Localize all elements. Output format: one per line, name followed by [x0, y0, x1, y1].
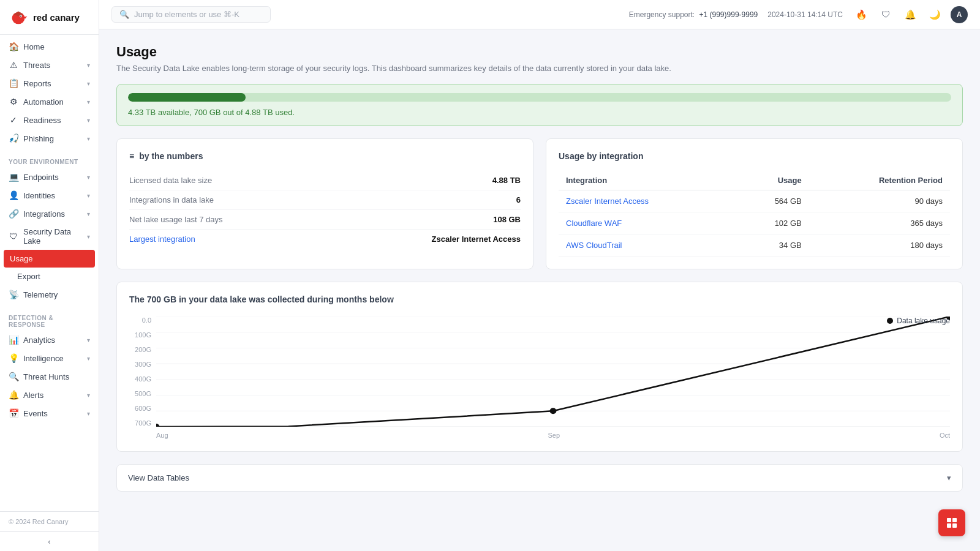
endpoints-icon: 💻 — [9, 172, 18, 182]
y-label: 500G — [129, 390, 154, 397]
sidebar-footer: © 2024 Red Canary — [0, 511, 99, 531]
chevron-down-icon: ▾ — [87, 392, 90, 399]
chevron-down-icon: ▾ — [87, 355, 90, 362]
telemetry-icon: 📡 — [9, 290, 18, 299]
sidebar-item-readiness[interactable]: ✓ Readiness ▾ — [0, 111, 99, 129]
sidebar-item-alerts[interactable]: 🔔 Alerts ▾ — [0, 386, 99, 404]
sidebar-item-endpoints[interactable]: 💻 Endpoints ▾ — [0, 168, 99, 186]
view-data-tables-label: View Data Tables — [128, 473, 189, 482]
y-label: 700G — [129, 419, 154, 427]
stat-value: 6 — [516, 195, 521, 204]
sidebar-item-reports[interactable]: 📋 Reports ▾ — [0, 74, 99, 92]
sidebar-item-integrations[interactable]: 🔗 Integrations ▾ — [0, 204, 99, 223]
page-description: The Security Data Lake enables long-term… — [116, 64, 963, 73]
main-content: 🔍 Jump to elements or use ⌘-K Emergency … — [99, 0, 980, 551]
sidebar-item-automation[interactable]: ⚙ Automation ▾ — [0, 92, 99, 111]
integration-link[interactable]: Zscaler Internet Access — [566, 197, 649, 206]
integration-link[interactable]: Cloudflare WAF — [566, 219, 622, 228]
largest-integration-value: Zscaler Internet Access — [432, 234, 521, 244]
sidebar-item-threats[interactable]: ⚠ Threats ▾ — [0, 56, 99, 74]
bell-icon[interactable]: 🔔 — [902, 6, 919, 23]
chart-wrap: 700G 600G 500G 400G 300G 200G 100G 0.0 — [129, 317, 950, 439]
table-icon: ≡ — [129, 151, 134, 161]
sidebar-item-export[interactable]: Export — [0, 268, 99, 285]
threat-hunts-icon: 🔍 — [9, 372, 18, 381]
chart-area: Data lake usage — [156, 317, 950, 427]
usage-bar-text: 4.33 TB available, 700 GB out of 4.88 TB… — [128, 108, 951, 117]
stat-label: Licensed data lake size — [129, 176, 212, 185]
reports-icon: 📋 — [9, 78, 18, 88]
chevron-down-icon: ▾ — [87, 192, 90, 199]
shield-icon[interactable]: 🛡 — [877, 6, 894, 23]
y-label: 400G — [129, 375, 154, 383]
x-label: Aug — [156, 432, 168, 439]
integration-table: Integration Usage Retention Period Zscal… — [559, 171, 950, 257]
usage-by-integration-card: Usage by integration Integration Usage R… — [546, 138, 963, 269]
largest-integration-link[interactable]: Largest integration — [129, 234, 195, 244]
chart-card: The 700 GB in your data lake was collect… — [116, 282, 963, 452]
env-nav: YOUR ENVIRONMENT 💻 Endpoints ▾ 👤 Identit… — [0, 150, 99, 306]
phishing-icon: 🎣 — [9, 133, 18, 143]
chevron-down-icon: ▾ — [87, 410, 90, 417]
view-data-tables-row[interactable]: View Data Tables ▾ — [116, 464, 963, 492]
datetime-display: 2024-10-31 14:14 UTC — [767, 10, 843, 19]
y-label: 200G — [129, 346, 154, 353]
search-bar[interactable]: 🔍 Jump to elements or use ⌘-K — [111, 6, 271, 23]
sidebar-item-security-data-lake[interactable]: 🛡 Security Data Lake ▾ — [0, 223, 99, 250]
integration-usage: 102 GB — [734, 212, 809, 234]
chevron-down-icon: ▾ — [87, 337, 90, 343]
stat-value: 4.88 TB — [492, 176, 521, 185]
legend-dot — [887, 318, 893, 324]
sidebar-item-usage[interactable]: Usage — [4, 250, 95, 268]
sidebar-item-events[interactable]: 📅 Events ▾ — [0, 404, 99, 422]
by-numbers-card: ≡ by the numbers Licensed data lake size… — [116, 138, 533, 269]
chevron-down-icon: ▾ — [87, 99, 90, 105]
readiness-icon: ✓ — [9, 115, 18, 125]
stat-label: Net lake usage last 7 days — [129, 215, 222, 224]
header-right: Emergency support: +1 (999)999-9999 2024… — [629, 6, 968, 23]
chevron-down-icon: ▾ — [87, 80, 90, 87]
sidebar-item-analytics[interactable]: 📊 Analytics ▾ — [0, 331, 99, 349]
svg-rect-18 — [947, 523, 951, 528]
logo-area[interactable]: red canary — [0, 0, 99, 35]
stats-row: Net lake usage last 7 days 108 GB — [129, 210, 521, 230]
page-title: Usage — [116, 44, 963, 60]
legend-label: Data lake usage — [897, 317, 950, 325]
notification-fire-icon[interactable]: 🔥 — [853, 6, 870, 23]
user-avatar[interactable]: A — [951, 6, 968, 23]
stats-section: ≡ by the numbers Licensed data lake size… — [116, 138, 963, 269]
y-label: 100G — [129, 331, 154, 339]
integration-usage: 34 GB — [734, 234, 809, 257]
sidebar-item-threat-hunts[interactable]: 🔍 Threat Hunts — [0, 367, 99, 386]
svg-rect-17 — [952, 518, 957, 522]
intelligence-icon: 💡 — [9, 353, 18, 363]
sidebar-collapse-button[interactable]: ‹ — [0, 531, 99, 551]
detection-nav: DETECTION & RESPONSE 📊 Analytics ▾ 💡 Int… — [0, 306, 99, 425]
logo-icon — [9, 7, 28, 27]
integration-retention: 365 days — [809, 212, 950, 234]
table-row: Zscaler Internet Access 564 GB 90 days — [559, 190, 950, 212]
sidebar-item-phishing[interactable]: 🎣 Phishing ▾ — [0, 129, 99, 148]
sidebar-item-identities[interactable]: 👤 Identities ▾ — [0, 186, 99, 204]
chart-x-labels: Aug Sep Oct — [156, 432, 950, 439]
sidebar-item-home[interactable]: 🏠 Home — [0, 37, 99, 56]
float-action-button[interactable] — [938, 509, 965, 536]
svg-rect-16 — [947, 518, 951, 522]
integration-retention: 180 days — [809, 234, 950, 257]
chart-legend: Data lake usage — [887, 317, 950, 325]
svg-point-3 — [20, 15, 21, 17]
chevron-down-icon: ▾ — [947, 473, 951, 482]
security-data-lake-icon: 🛡 — [9, 231, 18, 241]
theme-toggle-icon[interactable]: 🌙 — [926, 6, 943, 23]
sidebar: red canary 🏠 Home ⚠ Threats ▾ 📋 Reports … — [0, 0, 99, 551]
sidebar-item-intelligence[interactable]: 💡 Intelligence ▾ — [0, 349, 99, 367]
sidebar-item-telemetry[interactable]: 📡 Telemetry — [0, 285, 99, 304]
stats-row: Licensed data lake size 4.88 TB — [129, 171, 521, 190]
identities-icon: 👤 — [9, 190, 18, 200]
chevron-down-icon: ▾ — [87, 174, 90, 181]
svg-point-14 — [550, 408, 557, 414]
integration-link[interactable]: AWS CloudTrail — [566, 241, 622, 250]
svg-rect-19 — [952, 523, 957, 528]
header: 🔍 Jump to elements or use ⌘-K Emergency … — [99, 0, 980, 29]
stat-value: 108 GB — [493, 215, 521, 224]
